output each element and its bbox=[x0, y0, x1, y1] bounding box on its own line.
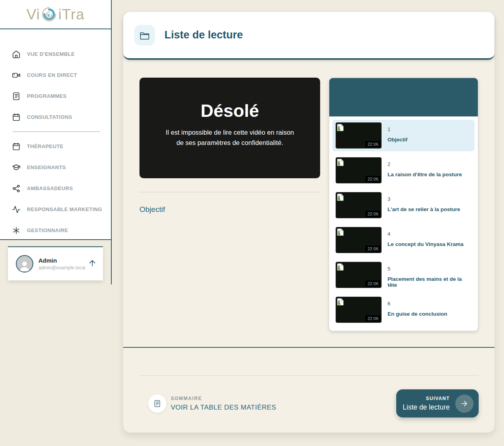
playlist-item-title: Le concept du Vinyasa Krama bbox=[388, 241, 464, 247]
person-icon bbox=[18, 259, 31, 272]
video-duration-badge: 22:06 bbox=[365, 246, 380, 252]
video-thumbnail[interactable]: 22:06 bbox=[336, 262, 382, 288]
playlist-item-title: La raison d'être de la posture bbox=[388, 172, 462, 177]
playlist-item[interactable]: 22:06 4 Le concept du Vinyasa Krama bbox=[332, 224, 475, 256]
sidebar-item-marketing-manager[interactable]: RESPONSABLE MARKETING bbox=[12, 199, 111, 220]
calendar-icon bbox=[12, 113, 21, 122]
sidebar-item-live-courses[interactable]: COURS EN DIRECT bbox=[12, 65, 111, 86]
book-icon bbox=[153, 400, 161, 408]
arrow-up-icon bbox=[88, 259, 97, 267]
broken-image-icon bbox=[337, 193, 344, 201]
folder-icon bbox=[139, 30, 150, 41]
playlist-item-title: Placement des mains et de la tête bbox=[388, 276, 472, 288]
broken-image-icon bbox=[337, 263, 344, 271]
summary-text: SOMMAIRE VOIR LA TABLE DES MATIÈRES bbox=[171, 396, 276, 412]
playlist-item-title: En guise de conclusion bbox=[388, 311, 447, 317]
playlist-item[interactable]: 22:06 6 En guise de conclusion bbox=[332, 294, 475, 326]
app-window: Vi iTra VUE D'ENSEMBLE COURS EN DIRECT P… bbox=[0, 0, 504, 446]
sidebar-item-programs[interactable]: PROGRAMMES bbox=[12, 86, 111, 107]
broken-image-icon bbox=[337, 228, 344, 236]
page-header: Liste de lecture bbox=[123, 12, 494, 60]
video-thumbnail[interactable]: 22:06 bbox=[336, 297, 382, 323]
brand-logo-text-right: iTra bbox=[58, 7, 84, 22]
video-duration-badge: 22:06 bbox=[365, 315, 380, 322]
summary-link-text: VOIR LA TABLE DES MATIÈRES bbox=[171, 404, 276, 412]
user-email: admin@example.local bbox=[38, 265, 83, 271]
video-error-title: Désolé bbox=[139, 101, 320, 121]
video-thumbnail[interactable]: 22:06 bbox=[336, 157, 382, 183]
broken-image-icon bbox=[337, 158, 344, 166]
sidebar-item-ambassadors[interactable]: AMBASSADEURS bbox=[12, 178, 111, 199]
video-thumbnail[interactable]: 22:06 bbox=[336, 227, 382, 253]
video-duration-badge: 22:06 bbox=[365, 176, 380, 182]
sidebar: Vi iTra VUE D'ENSEMBLE COURS EN DIRECT P… bbox=[0, 0, 112, 240]
sidebar-border-rail bbox=[111, 239, 112, 284]
next-button[interactable]: SUIVANT Liste de lecture bbox=[396, 389, 479, 417]
main-content: Liste de lecture Désolé Il est impossibl… bbox=[123, 12, 494, 433]
sidebar-group-0: VUE D'ENSEMBLE COURS EN DIRECT PROGRAMME… bbox=[12, 44, 111, 128]
summary-icon-circle bbox=[148, 395, 166, 413]
next-label: SUIVANT bbox=[403, 396, 450, 401]
sidebar-item-manager[interactable]: GESTIONNAIRE bbox=[12, 220, 111, 241]
video-error-message: Il est impossible de lire cette vidéo en… bbox=[164, 128, 295, 148]
calendar-icon bbox=[12, 142, 21, 151]
sidebar-divider bbox=[13, 132, 100, 132]
avatar bbox=[16, 255, 33, 273]
video-duration-badge: 22:06 bbox=[365, 280, 380, 287]
page-title: Liste de lecture bbox=[164, 29, 243, 41]
playlist-item-number: 2 bbox=[388, 161, 462, 167]
playlist-header bbox=[329, 78, 478, 116]
brand-logo[interactable]: Vi iTra bbox=[0, 0, 111, 29]
playlist-item-number: 6 bbox=[388, 301, 447, 307]
playlist-item-number: 5 bbox=[388, 266, 472, 272]
video-thumbnail[interactable]: 22:06 bbox=[336, 192, 382, 218]
folder-chip bbox=[134, 25, 155, 46]
graduation-cap-icon bbox=[12, 163, 21, 172]
table-of-contents-link[interactable]: SOMMAIRE VOIR LA TABLE DES MATIÈRES bbox=[148, 395, 276, 413]
summary-label: SOMMAIRE bbox=[171, 396, 276, 401]
home-icon bbox=[12, 50, 21, 59]
sidebar-item-teachers[interactable]: ENSEIGNANTS bbox=[12, 157, 111, 178]
asterisk-icon bbox=[12, 226, 21, 235]
playlist-panel: 22:06 1 Objectif 22:06 2 La raison d'êtr… bbox=[329, 78, 478, 331]
playlist-item[interactable]: 22:06 3 L'art de se relier à la posture bbox=[332, 189, 475, 221]
video-duration-badge: 22:06 bbox=[365, 141, 380, 147]
video-camera-icon bbox=[12, 71, 21, 80]
brand-logo-text-left: Vi bbox=[27, 7, 40, 22]
video-player[interactable]: Désolé Il est impossible de lire cette v… bbox=[139, 78, 320, 178]
sidebar-item-therapist[interactable]: THÉRAPEUTE bbox=[12, 136, 111, 157]
user-info: Admin admin@example.local bbox=[38, 257, 83, 271]
playlist-item-number: 3 bbox=[388, 196, 460, 202]
content-divider bbox=[139, 192, 320, 193]
playlist-item-number: 4 bbox=[388, 231, 464, 237]
playlist-item[interactable]: 22:06 5 Placement des mains et de la têt… bbox=[332, 259, 475, 291]
section-title: Objectif bbox=[139, 205, 165, 214]
next-title: Liste de lecture bbox=[403, 403, 450, 412]
broken-image-icon bbox=[337, 124, 344, 132]
video-duration-badge: 22:06 bbox=[365, 211, 380, 217]
next-button-text: SUIVANT Liste de lecture bbox=[403, 396, 450, 412]
sidebar-group-1: THÉRAPEUTE ENSEIGNANTS AMBASSADEURS RESP… bbox=[12, 136, 111, 241]
footer-accent-rule bbox=[123, 347, 494, 348]
user-name: Admin bbox=[38, 257, 83, 264]
brand-spiral-icon bbox=[40, 6, 58, 23]
user-menu[interactable]: Admin admin@example.local bbox=[8, 246, 103, 280]
activity-icon bbox=[12, 205, 21, 214]
footer-light-rule bbox=[139, 375, 479, 376]
book-icon bbox=[12, 92, 21, 101]
playlist-item[interactable]: 22:06 1 Objectif bbox=[332, 120, 475, 151]
next-arrow-circle bbox=[455, 395, 473, 413]
sidebar-item-overview[interactable]: VUE D'ENSEMBLE bbox=[12, 44, 111, 65]
playlist-item-title: Objectif bbox=[388, 137, 407, 143]
video-thumbnail[interactable]: 22:06 bbox=[336, 122, 382, 149]
playlist-item-number: 1 bbox=[388, 126, 407, 132]
share-icon bbox=[12, 184, 21, 193]
playlist-item-title: L'art de se relier à la posture bbox=[388, 206, 460, 212]
broken-image-icon bbox=[337, 298, 344, 306]
playlist-items: 22:06 1 Objectif 22:06 2 La raison d'êtr… bbox=[329, 116, 478, 331]
user-menu-toggle[interactable] bbox=[88, 259, 97, 269]
playlist-item[interactable]: 22:06 2 La raison d'être de la posture bbox=[332, 154, 475, 186]
arrow-right-icon bbox=[460, 400, 468, 408]
sidebar-item-consultations[interactable]: CONSULTATIONS bbox=[12, 107, 111, 128]
sidebar-nav: VUE D'ENSEMBLE COURS EN DIRECT PROGRAMME… bbox=[0, 29, 111, 241]
